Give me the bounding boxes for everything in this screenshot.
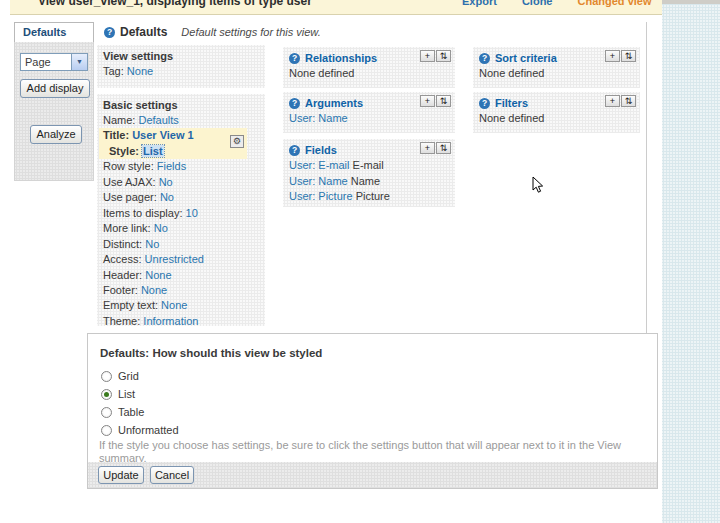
rearrange-icon[interactable]: ⇅ [436, 95, 451, 107]
help-icon[interactable]: ? [479, 98, 490, 109]
radio-icon[interactable] [101, 407, 112, 418]
access-link[interactable]: Unrestricted [145, 253, 204, 265]
display-controls-sidebar: Page ▼ Add display Analyze [14, 42, 94, 181]
rearrange-icon[interactable]: ⇅ [436, 142, 451, 154]
display-header-subtitle: Default settings for this view. [181, 26, 320, 38]
help-icon[interactable]: ? [289, 98, 300, 109]
setting-row: Title: User View 1 [103, 128, 259, 143]
setting-row: More link: No [103, 221, 259, 236]
relationships-panel: ?Relationships +⇅ None defined [283, 47, 455, 88]
theme-link[interactable]: Information [143, 315, 198, 327]
field-link[interactable]: User: Picture [289, 190, 353, 202]
arguments-title-link[interactable]: Arguments [305, 97, 363, 109]
setting-row: Footer: None [103, 283, 259, 298]
name-link[interactable]: Defaults [138, 114, 178, 126]
relationships-empty-text: None defined [289, 67, 354, 79]
row-style-link[interactable]: Fields [157, 160, 186, 172]
setting-row: Theme: Information [103, 314, 259, 329]
fields-panel: ?Fields +⇅ User: E-mail E-mail User: Nam… [283, 139, 455, 207]
filters-empty-text: None defined [479, 112, 544, 124]
style-option-unformatted[interactable]: Unformatted [101, 424, 179, 437]
view-title: View user_view_1, displaying items of ty… [38, 0, 312, 8]
display-type-value: Page [25, 56, 51, 68]
items-to-display-link[interactable]: 10 [186, 207, 198, 219]
filters-panel: ?Filters +⇅ None defined [473, 92, 640, 133]
add-icon[interactable]: + [420, 50, 435, 62]
style-settings-form: Defaults: How should this view be styled… [87, 333, 658, 489]
argument-link[interactable]: User: Name [289, 112, 348, 124]
display-tab-defaults[interactable]: Defaults [14, 22, 94, 43]
field-item: User: E-mail E-mail [289, 158, 449, 173]
mouse-cursor-icon [532, 176, 544, 196]
changed-view-bar: View user_view_1, displaying items of ty… [10, 0, 662, 15]
setting-row: Header: None [103, 268, 259, 283]
add-icon[interactable]: + [605, 50, 620, 62]
radio-selected-icon[interactable] [101, 389, 112, 400]
use-pager-link[interactable]: No [160, 191, 174, 203]
display-header: ?DefaultsDefault settings for this view. [104, 25, 321, 39]
analyze-button[interactable]: Analyze [30, 125, 82, 144]
rearrange-icon[interactable]: ⇅ [621, 95, 636, 107]
argument-item: User: Name [289, 111, 449, 126]
help-icon[interactable]: ? [289, 145, 300, 156]
clone-link[interactable]: Clone [522, 0, 553, 7]
style-option-list[interactable]: List [101, 388, 135, 401]
view-settings-title: View settings [103, 49, 259, 64]
setting-row: Items to display: 10 [103, 206, 259, 221]
header-link[interactable]: None [145, 269, 171, 281]
setting-row: Use AJAX: No [103, 175, 259, 190]
rearrange-icon[interactable]: ⇅ [621, 50, 636, 62]
basic-settings-title: Basic settings [103, 98, 259, 113]
export-link[interactable]: Export [462, 0, 497, 7]
radio-icon[interactable] [101, 425, 112, 436]
style-option-table[interactable]: Table [101, 406, 144, 419]
add-icon[interactable]: + [420, 95, 435, 107]
style-form-title: Defaults: How should this view be styled [100, 347, 322, 359]
sort-criteria-empty-text: None defined [479, 67, 544, 79]
display-type-select[interactable]: Page ▼ [20, 53, 88, 71]
setting-row: Use pager: No [103, 190, 259, 205]
distinct-link[interactable]: No [145, 238, 159, 250]
more-link-link[interactable]: No [154, 222, 168, 234]
view-action-links: Export Clone Changed view [462, 0, 662, 7]
style-option-grid[interactable]: Grid [101, 370, 139, 383]
field-item: User: Picture Picture [289, 189, 449, 204]
form-button-strip: Update Cancel [88, 462, 657, 488]
help-icon[interactable]: ? [289, 53, 300, 64]
use-ajax-link[interactable]: No [159, 176, 173, 188]
field-link[interactable]: User: E-mail [289, 159, 350, 171]
update-button[interactable]: Update [98, 466, 144, 484]
sort-criteria-title-link[interactable]: Sort criteria [495, 52, 557, 64]
arguments-panel: ?Arguments +⇅ User: Name [283, 92, 455, 133]
empty-text-link[interactable]: None [161, 299, 187, 311]
filters-title-link[interactable]: Filters [495, 97, 528, 109]
style-link[interactable]: List [142, 145, 164, 157]
setting-row: Empty text: None [103, 298, 259, 313]
relationships-title-link[interactable]: Relationships [305, 52, 377, 64]
page-background-strip [662, 0, 720, 523]
help-icon[interactable]: ? [104, 27, 115, 38]
radio-icon[interactable] [101, 371, 112, 382]
display-header-title: Defaults [120, 25, 167, 39]
chevron-down-icon[interactable]: ▼ [71, 54, 87, 70]
changed-view-badge: Changed view [578, 0, 652, 7]
footer-link[interactable]: None [141, 284, 167, 296]
editor-right-border [646, 22, 647, 333]
setting-row: Name: Defaults [103, 113, 259, 128]
setting-row: Row style: Fields [103, 159, 259, 174]
help-icon[interactable]: ? [479, 53, 490, 64]
cancel-button[interactable]: Cancel [150, 466, 194, 484]
title-link[interactable]: User View 1 [132, 129, 194, 141]
rearrange-icon[interactable]: ⇅ [436, 50, 451, 62]
views-edit-page: View user_view_1, displaying items of ty… [0, 0, 720, 523]
field-item: User: Name Name [289, 174, 449, 189]
add-icon[interactable]: + [605, 95, 620, 107]
add-display-button[interactable]: Add display [20, 79, 90, 98]
tag-value-link[interactable]: None [127, 65, 153, 77]
fields-title-link[interactable]: Fields [305, 144, 337, 156]
field-link[interactable]: User: Name [289, 175, 348, 187]
add-icon[interactable]: + [420, 142, 435, 154]
setting-row: Style: List [103, 144, 259, 159]
tag-row: Tag: None [103, 64, 259, 79]
setting-row: Distinct: No [103, 237, 259, 252]
